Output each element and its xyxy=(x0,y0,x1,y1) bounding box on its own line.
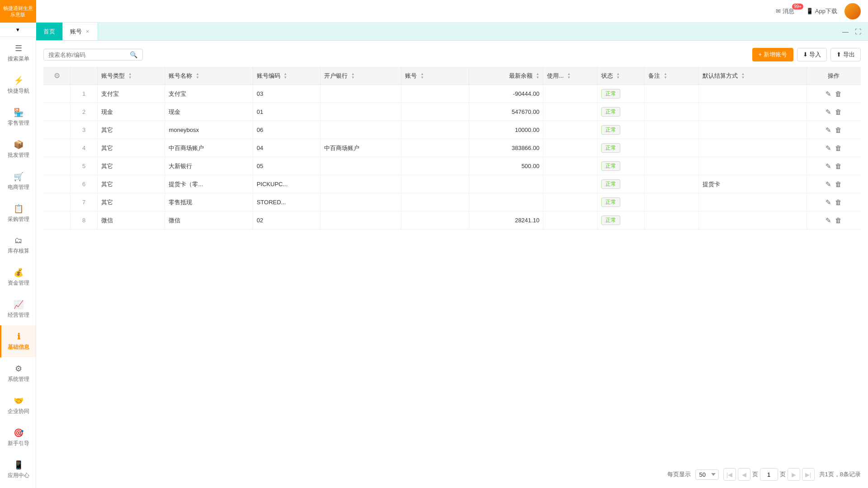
sort-icon-type[interactable]: ▲▼ xyxy=(128,72,132,80)
col-header-account[interactable]: 账号 ▲▼ xyxy=(401,67,469,85)
settings-icon[interactable]: ⚙ xyxy=(54,72,60,80)
col-header-code[interactable]: 账号编码 ▲▼ xyxy=(253,67,320,85)
import-button[interactable]: ⬇ 导入 xyxy=(797,48,827,61)
sidebar-item-new-guide[interactable]: 🎯 新手引导 xyxy=(0,422,36,454)
tab-account[interactable]: 账号 × xyxy=(63,23,98,40)
action-buttons: ✎ 🗑 xyxy=(811,90,857,98)
per-page-select[interactable]: 50 100 200 xyxy=(695,469,719,480)
edit-icon[interactable]: ✎ xyxy=(826,198,831,206)
sidebar-item-wholesale-mgmt[interactable]: 📦 批发管理 xyxy=(0,133,36,165)
col-header-status[interactable]: 状态 ▲▼ xyxy=(597,67,645,85)
sidebar-item-label: 新手引导 xyxy=(8,440,29,447)
export-button[interactable]: ⬆ 导出 xyxy=(830,48,861,61)
sidebar-item-enterprise-wechat[interactable]: 💬 企业微信 xyxy=(0,486,36,488)
sort-icon-usage[interactable]: ▲▼ xyxy=(567,72,571,80)
tab-close-icon[interactable]: × xyxy=(85,28,90,35)
sidebar-item-ecommerce-mgmt[interactable]: 🛒 电商管理 xyxy=(0,165,36,197)
table-row: 8 微信 微信 02 28241.10 正常 ✎ 🗑 xyxy=(43,211,861,230)
row-num: 5 xyxy=(71,157,98,175)
tab-maximize-button[interactable]: ⛶ xyxy=(853,26,863,37)
col-header-type[interactable]: 账号类型 ▲▼ xyxy=(98,67,165,85)
sidebar-item-operations-mgmt[interactable]: 📈 经营管理 xyxy=(0,293,36,325)
row-default-settlement xyxy=(698,139,807,157)
prev-page-button[interactable]: ◀ xyxy=(738,468,750,481)
sidebar-item-app-center[interactable]: 📱 应用中心 xyxy=(0,454,36,486)
tab-minimize-button[interactable]: — xyxy=(840,26,851,37)
row-code: 04 xyxy=(253,139,320,157)
sidebar-item-purchase-mgmt[interactable]: 📋 采购管理 xyxy=(0,197,36,230)
row-settings xyxy=(43,157,71,175)
sidebar-item-finance-mgmt[interactable]: 💰 资金管理 xyxy=(0,261,36,293)
sidebar-item-retail-mgmt[interactable]: 🏪 零售管理 xyxy=(0,101,36,133)
delete-icon[interactable]: 🗑 xyxy=(835,90,842,98)
page-input[interactable] xyxy=(760,468,778,481)
row-num: 2 xyxy=(71,103,98,121)
delete-icon[interactable]: 🗑 xyxy=(835,180,842,188)
row-settings xyxy=(43,85,71,103)
search-input[interactable] xyxy=(48,52,130,58)
edit-icon[interactable]: ✎ xyxy=(826,162,831,170)
edit-icon[interactable]: ✎ xyxy=(826,216,831,225)
app-download-button[interactable]: 📱 App下载 xyxy=(806,7,837,15)
row-balance: 547670.00 xyxy=(469,103,543,121)
sort-icon-default[interactable]: ▲▼ xyxy=(741,72,745,80)
sidebar-item-inventory-calc[interactable]: 🗂 库存核算 xyxy=(0,230,36,261)
message-button[interactable]: ✉ 消息 99+ xyxy=(771,7,799,15)
first-page-button[interactable]: |◀ xyxy=(723,468,736,481)
edit-icon[interactable]: ✎ xyxy=(826,180,831,188)
system-icon: ⚙ xyxy=(15,364,22,374)
sidebar-item-quick-nav[interactable]: ⚡ 快捷导航 xyxy=(0,69,36,101)
delete-icon[interactable]: 🗑 xyxy=(835,108,842,116)
tab-home[interactable]: 首页 xyxy=(36,23,63,40)
delete-icon[interactable]: 🗑 xyxy=(835,216,842,225)
row-default-settlement xyxy=(698,121,807,139)
row-account xyxy=(401,85,469,103)
edit-icon[interactable]: ✎ xyxy=(826,90,831,98)
sort-icon-name[interactable]: ▲▼ xyxy=(196,72,199,80)
sort-icon-account[interactable]: ▲▼ xyxy=(420,72,424,80)
col-header-default-settlement[interactable]: 默认结算方式 ▲▼ xyxy=(698,67,807,85)
col-header-bank[interactable]: 开户银行 ▲▼ xyxy=(321,67,401,85)
row-action: ✎ 🗑 xyxy=(807,85,861,103)
row-type: 其它 xyxy=(98,121,165,139)
edit-icon[interactable]: ✎ xyxy=(826,144,831,152)
row-status: 正常 xyxy=(597,121,645,139)
sidebar-item-enterprise-agreement[interactable]: 🤝 企业协同 xyxy=(0,389,36,422)
sort-icon-balance[interactable]: ▲▼ xyxy=(536,72,539,80)
last-page-button[interactable]: ▶| xyxy=(802,468,815,481)
row-name: 大新银行 xyxy=(165,157,253,175)
sidebar-item-system-mgmt[interactable]: ⚙ 系统管理 xyxy=(0,357,36,389)
sidebar-item-basic-info[interactable]: ℹ 基础信息 xyxy=(0,325,36,357)
edit-icon[interactable]: ✎ xyxy=(826,126,831,134)
avatar[interactable] xyxy=(844,3,861,19)
col-header-usage[interactable]: 使用... ▲▼ xyxy=(543,67,598,85)
row-account xyxy=(401,139,469,157)
sort-icon-bank[interactable]: ▲▼ xyxy=(351,72,355,80)
search-box[interactable]: 🔍 xyxy=(43,49,143,61)
row-code: 01 xyxy=(253,103,320,121)
col-header-name[interactable]: 账号名称 ▲▼ xyxy=(165,67,253,85)
home-tab-label: 首页 xyxy=(43,28,55,36)
sort-icon-status[interactable]: ▲▼ xyxy=(616,72,620,80)
sidebar-item-search-menu[interactable]: ☰ 搜索菜单 xyxy=(0,37,36,69)
edit-icon[interactable]: ✎ xyxy=(826,108,831,116)
row-name: moneybosx xyxy=(165,121,253,139)
col-header-settings[interactable]: ⚙ xyxy=(43,67,71,85)
col-header-balance[interactable]: 最新余额 ▲▼ xyxy=(469,67,543,85)
search-icon[interactable]: 🔍 xyxy=(130,51,137,58)
delete-icon[interactable]: 🗑 xyxy=(835,198,842,206)
delete-icon[interactable]: 🗑 xyxy=(835,126,842,134)
col-header-remark[interactable]: 备注 ▲▼ xyxy=(645,67,699,85)
row-remark xyxy=(645,85,699,103)
delete-icon[interactable]: 🗑 xyxy=(835,162,842,170)
col-balance-label: 最新余额 xyxy=(509,72,533,79)
delete-icon[interactable]: 🗑 xyxy=(835,144,842,152)
next-page-button[interactable]: ▶ xyxy=(788,468,800,481)
sort-icon-code[interactable]: ▲▼ xyxy=(283,72,287,80)
avatar-image xyxy=(844,3,861,19)
add-account-button[interactable]: + 新增账号 xyxy=(752,48,793,61)
sidebar-dropdown[interactable]: ▾ xyxy=(0,23,36,37)
sort-icon-remark[interactable]: ▲▼ xyxy=(664,72,667,80)
page-nav: |◀ ◀ 页 页 ▶ ▶| xyxy=(723,468,815,481)
sidebar-item-label: 资金管理 xyxy=(8,279,29,287)
